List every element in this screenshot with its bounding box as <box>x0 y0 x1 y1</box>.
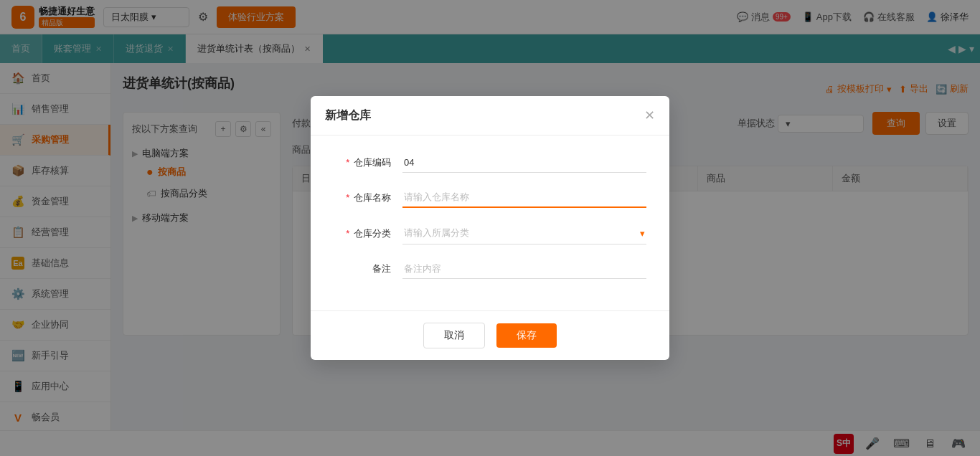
form-row-category: * 仓库分类 请输入所属分类 ▾ <box>334 222 646 244</box>
required-star-code: * <box>346 157 349 168</box>
modal-title: 新增仓库 <box>325 108 371 123</box>
modal-footer: 取消 保存 <box>311 310 669 360</box>
form-row-notes: 备注 <box>334 259 646 279</box>
category-select[interactable]: 请输入所属分类 ▾ <box>402 222 646 244</box>
form-row-code: * 仓库编码 <box>334 153 646 173</box>
modal-close-button[interactable]: ✕ <box>644 108 655 123</box>
category-placeholder: 请输入所属分类 <box>404 227 469 239</box>
code-input[interactable] <box>402 153 646 173</box>
save-button[interactable]: 保存 <box>496 323 557 348</box>
notes-input[interactable] <box>402 259 646 279</box>
cancel-button[interactable]: 取消 <box>423 323 485 348</box>
notes-label: 备注 <box>334 262 391 275</box>
name-input[interactable] <box>402 187 646 208</box>
form-row-name: * 仓库名称 <box>334 187 646 208</box>
new-warehouse-modal: 新增仓库 ✕ * 仓库编码 * 仓库名称 <box>311 96 669 360</box>
modal-overlay[interactable]: 新增仓库 ✕ * 仓库编码 * 仓库名称 <box>0 0 980 456</box>
name-label: * 仓库名称 <box>334 191 391 204</box>
modal-header: 新增仓库 ✕ <box>311 96 669 136</box>
category-label: * 仓库分类 <box>334 227 391 240</box>
modal-body: * 仓库编码 * 仓库名称 * 仓库分类 请输入所属 <box>311 136 669 310</box>
required-star-category: * <box>346 228 349 239</box>
code-label: * 仓库编码 <box>334 156 391 169</box>
required-star-name: * <box>346 192 349 203</box>
category-chevron-icon: ▾ <box>640 228 645 239</box>
